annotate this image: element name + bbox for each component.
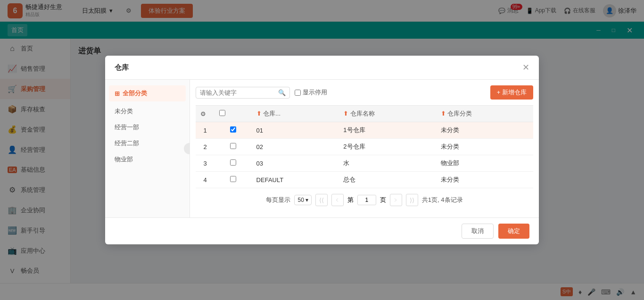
sort-icon-cat: ⬆ (441, 110, 446, 117)
row-checkbox-0[interactable] (215, 122, 252, 139)
per-page-label: 每页显示 (266, 196, 290, 204)
row-category-1: 未分类 (436, 139, 533, 155)
search-input[interactable] (200, 89, 275, 96)
category-dept2[interactable]: 经营二部 (105, 135, 190, 151)
th-settings: ⚙ (196, 106, 215, 122)
th-name: ⬆ 仓库名称 (339, 106, 436, 122)
row-category-3: 未分类 (436, 172, 533, 188)
table-row: 4 DEFAULT 总仓 未分类 (196, 172, 533, 188)
th-code: ⬆ 仓库... (252, 106, 339, 122)
category-dept1[interactable]: 经营一部 (105, 119, 190, 135)
warehouse-modal: 仓库 ✕ ⊞ 全部分类 未分类 经营一部 经营二部 物业部 《 🔍 (105, 56, 539, 244)
show-disabled-checkbox[interactable] (295, 90, 301, 96)
cancel-button[interactable]: 取消 (462, 224, 494, 239)
pagination: 每页显示 50 ▾ ⟨⟨ ﹤ 第 页 ﹥ ⟩⟩ 共1页, 4条记录 (196, 188, 533, 212)
per-page-select[interactable]: 50 ▾ (294, 195, 311, 205)
row-checkbox-3[interactable] (215, 172, 252, 188)
add-warehouse-button[interactable]: + 新增仓库 (490, 85, 533, 100)
row-name-0: 1号仓库 (339, 122, 436, 139)
modal-body: ⊞ 全部分类 未分类 经营一部 经营二部 物业部 《 🔍 显示停用 + 新增 (105, 80, 539, 217)
table-panel: 🔍 显示停用 + 新增仓库 ⚙ ⬆ 仓库... ⬆ 仓库名称 ⬆ 仓库分类 (190, 80, 539, 217)
table-toolbar: 🔍 显示停用 + 新增仓库 (196, 85, 533, 100)
row-num-2: 3 (196, 155, 215, 172)
sort-icon-code: ⬆ (256, 110, 262, 117)
search-box: 🔍 (196, 87, 290, 99)
table-row: 1 01 1号仓库 未分类 (196, 122, 533, 139)
row-name-2: 水 (339, 155, 436, 172)
row-code-0: 01 (252, 122, 339, 139)
row-code-1: 02 (252, 139, 339, 155)
page-number-input[interactable] (357, 195, 376, 205)
category-property[interactable]: 物业部 (105, 151, 190, 167)
page-suffix: 页 (380, 196, 386, 204)
confirm-button[interactable]: 确定 (498, 224, 529, 239)
modal-footer: 取消 确定 (105, 217, 539, 244)
row-checkbox-1[interactable] (215, 139, 252, 155)
modal-close-button[interactable]: ✕ (522, 62, 529, 73)
category-panel: ⊞ 全部分类 未分类 经营一部 经营二部 物业部 《 (105, 80, 190, 217)
all-categories-label: 全部分类 (123, 89, 147, 98)
row-name-3: 总仓 (339, 172, 436, 188)
last-page-button[interactable]: ⟩⟩ (406, 194, 418, 206)
prev-page-button[interactable]: ﹤ (331, 194, 344, 206)
next-page-button[interactable]: ﹥ (390, 194, 402, 206)
category-unclassified[interactable]: 未分类 (105, 103, 190, 119)
row-num-3: 4 (196, 172, 215, 188)
settings-icon: ⚙ (200, 110, 206, 117)
th-category: ⬆ 仓库分类 (436, 106, 533, 122)
modal-title: 仓库 (115, 63, 129, 72)
warehouse-table: ⚙ ⬆ 仓库... ⬆ 仓库名称 ⬆ 仓库分类 1 01 1号仓库 未分类 2 … (196, 105, 533, 188)
show-disabled-label[interactable]: 显示停用 (295, 88, 327, 97)
modal-header: 仓库 ✕ (105, 56, 539, 80)
row-name-1: 2号仓库 (339, 139, 436, 155)
table-header-row: ⚙ ⬆ 仓库... ⬆ 仓库名称 ⬆ 仓库分类 (196, 106, 533, 122)
page-label: 第 (347, 196, 354, 204)
first-page-button[interactable]: ⟨⟨ (315, 194, 328, 206)
page-total-info: 共1页, 4条记录 (422, 196, 463, 204)
grid-icon: ⊞ (115, 90, 120, 97)
row-code-3: DEFAULT (252, 172, 339, 188)
row-category-2: 物业部 (436, 155, 533, 172)
th-checkbox (215, 106, 252, 122)
table-row: 2 02 2号仓库 未分类 (196, 139, 533, 155)
select-all-checkbox[interactable] (219, 110, 225, 116)
search-icon[interactable]: 🔍 (278, 89, 286, 96)
row-num-0: 1 (196, 122, 215, 139)
sort-icon-name: ⬆ (343, 110, 348, 117)
all-categories-button[interactable]: ⊞ 全部分类 (109, 85, 186, 101)
row-num-1: 2 (196, 139, 215, 155)
table-row: 3 03 水 物业部 (196, 155, 533, 172)
row-category-0: 未分类 (436, 122, 533, 139)
row-code-2: 03 (252, 155, 339, 172)
row-checkbox-2[interactable] (215, 155, 252, 172)
